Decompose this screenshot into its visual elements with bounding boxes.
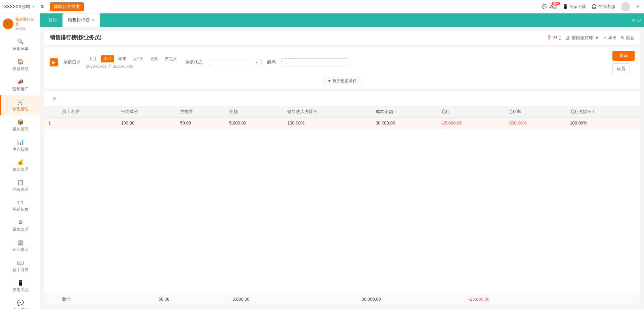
tab-maximize-icon[interactable]: ⤢ (637, 17, 641, 23)
sidebar-label-wechat: 企业微信 (12, 307, 29, 309)
filter-expand-toggle[interactable]: ▶ (50, 58, 58, 66)
cost-info-icon[interactable]: ℹ (394, 110, 396, 114)
app-icon: 📱 (563, 4, 568, 9)
footer-row: 合计 50.00 5,000.00 30,000.00 -25,000.00 (44, 293, 640, 305)
date-tab-this-year[interactable]: 本年 (116, 55, 129, 62)
app-center-icon: 📱 (17, 279, 24, 286)
table-footer: 合计 50.00 5,000.00 30,000.00 -25,000.00 (44, 293, 640, 305)
footer-sales-pct (326, 293, 357, 305)
footer-gross-pct (609, 293, 640, 305)
date-tab-7days[interactable]: 近7天 (130, 55, 146, 62)
date-tab-this-month[interactable]: 本月 (101, 55, 114, 62)
gross-pct-info-icon[interactable]: ℹ (593, 110, 594, 114)
operation-icon: 📋 (17, 179, 24, 186)
print-button[interactable]: 🖨 按模板打印 ▼ (566, 35, 599, 41)
footer-avg (123, 293, 155, 305)
marketing-icon: 📣 (17, 79, 24, 85)
th-avg-price: 平均单价 (117, 106, 176, 118)
date-tab-more[interactable]: 更多 (147, 55, 161, 62)
date-range: 2023-06-01 至 2023-06-30 (86, 64, 180, 69)
sidebar-item-purchase[interactable]: 📦 采购管理 (0, 115, 40, 136)
data-table: 员工名称 平均单价 主数量 全额 销售收入占比% 成本全额 ℹ 毛利 毛利率 毛… (44, 106, 640, 128)
th-sales-pct: 销售收入占比% (283, 106, 372, 118)
sidebar-label-system: 系统管理 (12, 227, 29, 233)
online-service-button[interactable]: 🎧 在线客服 (591, 4, 615, 10)
logo-text: 畅康通好生意 (15, 17, 37, 27)
filter-settings-button[interactable]: 设置 (612, 63, 630, 74)
goods-more-icon: ··· (286, 60, 289, 65)
status-select-arrow: ▼ (255, 61, 259, 64)
cell-gross: -25,000.00 (437, 118, 504, 128)
sidebar-label-enterprise: 企业协同 (12, 247, 29, 253)
sidebar-item-basic[interactable]: 🗃 基础信息 (0, 196, 40, 216)
sidebar-item-app-center[interactable]: 📱 应用中心 (0, 276, 40, 296)
sidebar-item-marketing[interactable]: 📣 营销推广 (0, 75, 40, 95)
print-icon: 🖨 (566, 35, 570, 40)
th-cost: 成本全额 ℹ (372, 106, 437, 118)
sidebar-item-system[interactable]: ⚙ 系统管理 (0, 216, 40, 236)
print-arrow: ▼ (595, 35, 599, 40)
settings-icon[interactable]: ⚙ (38, 2, 47, 11)
sidebar-item-finance[interactable]: 💰 资金管理 (0, 156, 40, 176)
app-download-button[interactable]: 📱 App下载 (563, 4, 586, 10)
expand-more-button[interactable]: ▼ 展开更多条件 (323, 77, 361, 85)
goods-filter-label: 商品 (267, 59, 276, 65)
sidebar-item-sales[interactable]: 🛒 销售管理 (0, 95, 40, 115)
guide-icon: 📖 (17, 259, 24, 266)
sidebar-item-operation[interactable]: 📋 经营管理 (0, 176, 40, 196)
message-button[interactable]: 💬 消息 99+ (542, 4, 557, 10)
tab-close-all-icon[interactable]: ✕ (631, 17, 636, 23)
footer-cost: 30,000.00 (357, 293, 465, 305)
finance-icon: 💰 (17, 159, 24, 165)
sidebar-item-enterprise[interactable]: 🏢 企业协同 (0, 236, 40, 256)
top-bar: XXXXXX公司 ▼ ⚙ 体验行业方案 💬 消息 99+ 📱 App下载 🎧 在… (0, 0, 644, 13)
sidebar-item-search[interactable]: 🔍 搜索菜单 (0, 35, 40, 55)
th-name: 员工名称 (58, 106, 117, 118)
service-icon: 🎧 (591, 4, 597, 9)
sidebar-label-shortcut: 快捷导航 (12, 66, 29, 72)
home-icon: 🏠 (17, 58, 24, 65)
sidebar-label-finance: 资金管理 (12, 167, 29, 172)
query-button[interactable]: 查询 (612, 51, 635, 61)
sidebar-item-guide[interactable]: 📖 新手引导 (0, 256, 40, 276)
sales-icon: 🛒 (17, 99, 24, 105)
status-select[interactable]: ▼ (208, 59, 262, 66)
tab-close-icon[interactable]: ✕ (92, 18, 95, 22)
tab-home[interactable]: 首页 (43, 13, 62, 27)
th-qty: 主数量 (176, 106, 225, 118)
goods-select[interactable]: ··· (281, 58, 348, 66)
content-area: 首页 销售排行榜 ✕ ✕ ⤢ 销售排行榜(按业务员) ❓ 帮助 (40, 13, 644, 309)
refresh-label: 刷新 (626, 35, 635, 41)
export-icon: ↗ (603, 35, 607, 40)
date-tab-last-month[interactable]: 上月 (86, 55, 99, 62)
sidebar-item-shortcut[interactable]: 🏠 快捷导航 (0, 55, 40, 75)
refresh-button[interactable]: ↻ 刷新 (621, 35, 635, 41)
app-label: App下载 (569, 4, 586, 10)
th-gross-pct: 毛利占比% ℹ (566, 106, 640, 118)
filter-area: ▶ 单据日期 上月 本月 本年 近7天 更多 自定义 2023-06-01 至 … (44, 47, 640, 89)
tab-bar: 首页 销售排行榜 ✕ ✕ ⤢ (40, 13, 644, 27)
company-selector[interactable]: XXXXXX公司 ▼ (4, 4, 35, 10)
th-rank (44, 106, 58, 118)
expand-down-icon: ▼ (328, 79, 332, 84)
cell-cost: 30,000.00 (372, 118, 437, 128)
avatar[interactable] (621, 2, 630, 11)
status-filter-label: 单据状态 (185, 59, 203, 65)
sidebar-item-inventory[interactable]: 📊 库存核算 (0, 136, 40, 156)
sidebar-item-wechat[interactable]: 💬 企业微信 (0, 296, 40, 309)
trial-button[interactable]: 体验行业方案 (50, 2, 84, 11)
message-icon: 💬 (542, 4, 547, 9)
column-settings-icon[interactable]: ⚙ (50, 94, 59, 103)
date-tab-custom[interactable]: 自定义 (162, 55, 180, 62)
sidebar-label-sales: 销售管理 (12, 106, 29, 112)
sidebar-label-purchase: 采购管理 (12, 126, 29, 132)
footer-label: 合计 (58, 293, 123, 305)
export-button[interactable]: ↗ 导出 (603, 35, 617, 41)
tab-sales-rank-label: 销售排行榜 (68, 17, 90, 23)
service-label: 在线客服 (598, 4, 615, 10)
tab-sales-rank[interactable]: 销售排行榜 ✕ (62, 13, 100, 27)
username: ▼ (636, 4, 640, 9)
table-wrapper: ⚙ 员工名称 平均单价 主数量 全额 销售收入占比% 成本全额 ℹ 毛利 (44, 91, 640, 305)
help-button[interactable]: ❓ 帮助 (546, 35, 562, 41)
enterprise-icon: 🏢 (17, 239, 24, 246)
